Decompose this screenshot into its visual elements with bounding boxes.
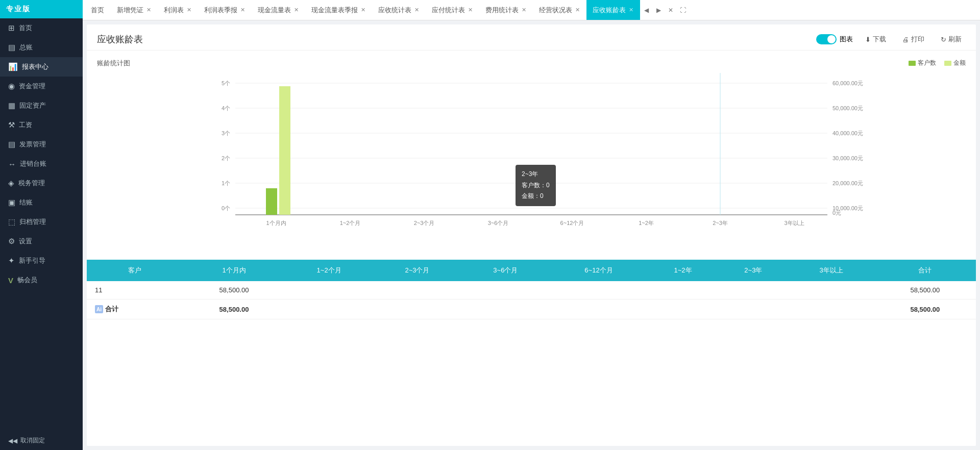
cell-m6-12 [550,281,648,299]
tab-close-all-btn[interactable]: ✕ [665,0,677,20]
sidebar-item-label: 畅会员 [17,276,37,285]
chart-title: 账龄统计图 [97,59,966,68]
sidebar-item-reports[interactable]: 📊 报表中心 [0,57,83,77]
sidebar-item-label: 发票管理 [19,140,46,149]
tab-next-btn[interactable]: ▶ [652,0,665,20]
tab-close-icon[interactable]: ✕ [361,7,365,13]
cell-m3-6 [461,281,550,299]
sidebar: 专业版 ⊞ 首页 ▤ 总账 📊 报表中心 ◉ 资金管理 ▦ 固定资产 ⚒ 工资 … [0,0,83,450]
total-m1: 58,500.00 [183,299,285,319]
sidebar-item-ledger[interactable]: ▤ 总账 [0,38,83,57]
reports-icon: 📊 [8,62,18,71]
svg-text:30,000.00元: 30,000.00元 [832,155,863,161]
table-row: 11 58,500.00 58,500.00 [87,281,976,299]
sidebar-item-tax[interactable]: ◈ 税务管理 [0,173,83,193]
tab-prev-btn[interactable]: ◀ [640,0,652,20]
app-logo: 专业版 [0,0,83,18]
sidebar-item-home[interactable]: ⊞ 首页 [0,18,83,38]
data-table: 客户 1个月内 1~2个月 2~3个月 3~6个月 6~12个月 1~2年 2~… [87,260,976,319]
refresh-label: 刷新 [948,35,962,44]
print-icon: 🖨 [902,36,909,43]
tab-close-icon[interactable]: ✕ [629,7,633,13]
sidebar-pin-toggle[interactable]: ◀◀ 取消固定 [0,431,83,450]
toggle-track[interactable] [816,34,837,44]
tab-payable-stat[interactable]: 应付统计表 ✕ [426,0,479,20]
tab-close-icon[interactable]: ✕ [414,7,419,13]
svg-text:6~12个月: 6~12个月 [560,220,584,226]
archive-icon: ⬚ [8,217,15,227]
svg-text:4个: 4个 [222,105,230,111]
total-m3-6 [461,299,550,319]
total-y2-3 [718,299,789,319]
tab-close-icon[interactable]: ✕ [575,7,580,13]
page-header: 应收账龄表 图表 ⬇ 下载 🖨 打印 ↻ 刷新 [87,24,976,51]
home-icon: ⊞ [8,23,15,33]
tab-profit-quarter[interactable]: 利润表季报 ✕ [198,0,252,20]
invoice-icon: ▤ [8,140,15,149]
cell-m2-3 [373,281,461,299]
tab-label: 应付统计表 [432,6,465,15]
tab-aging[interactable]: 应收账龄表 ✕ [586,0,640,20]
sidebar-item-stock[interactable]: ↔ 进销台账 [0,154,83,173]
svg-text:3~6个月: 3~6个月 [488,220,509,226]
tab-label: 现金流量表 [258,6,291,15]
cell-y1-2 [648,281,718,299]
sidebar-item-label: 资金管理 [19,82,45,91]
tab-cashflow-quarter[interactable]: 现金流量表季报 ✕ [305,0,372,20]
sidebar-item-vip[interactable]: V 畅会员 [0,270,83,290]
tab-cashflow[interactable]: 现金流量表 ✕ [252,0,305,20]
sidebar-item-settings[interactable]: ⚙ 设置 [0,232,83,251]
chart-toggle[interactable]: 图表 [816,34,853,44]
refresh-btn[interactable]: ↻ 刷新 [937,33,966,46]
tab-business-stat[interactable]: 经营状况表 ✕ [533,0,586,20]
download-btn[interactable]: ⬇ 下载 [861,33,890,46]
sidebar-item-salary[interactable]: ⚒ 工资 [0,115,83,135]
svg-text:20,000.00元: 20,000.00元 [832,180,863,186]
tab-close-icon[interactable]: ✕ [240,7,245,13]
tab-bar: 首页 新增凭证 ✕ 利润表 ✕ 利润表季报 ✕ 现金流量表 ✕ 现金流量表季报 … [83,0,980,20]
print-btn[interactable]: 🖨 打印 [898,33,928,46]
tab-profit[interactable]: 利润表 ✕ [158,0,198,20]
col-total: 合计 [874,260,976,281]
tab-maximize-btn[interactable]: ⛶ [677,0,689,20]
sidebar-item-label: 工资 [19,120,32,130]
tab-close-icon[interactable]: ✕ [294,7,299,13]
sidebar-item-close[interactable]: ▣ 结账 [0,193,83,212]
bar-customer-1 [266,188,277,215]
svg-text:1~2个月: 1~2个月 [340,220,361,226]
sidebar-item-archive[interactable]: ⬚ 归档管理 [0,212,83,232]
chart-legend: 客户数 金额 [909,59,966,67]
toggle-thumb [827,35,836,43]
tab-expense-stat[interactable]: 费用统计表 ✕ [479,0,533,20]
sidebar-item-label: 税务管理 [18,179,45,188]
svg-text:1个: 1个 [222,180,230,186]
tab-close-icon[interactable]: ✕ [146,7,151,13]
sidebar-item-fund[interactable]: ◉ 资金管理 [0,77,83,96]
total-m1-2 [285,299,373,319]
svg-text:60,000.00元: 60,000.00元 [832,80,863,86]
tab-home[interactable]: 首页 [85,0,111,20]
cell-total: 58,500.00 [874,281,976,299]
col-y1-2: 1~2年 [648,260,718,281]
svg-text:50,000.00元: 50,000.00元 [832,105,863,111]
tab-close-icon[interactable]: ✕ [468,7,473,13]
total-total: 58,500.00 [874,299,976,319]
sidebar-item-invoice[interactable]: ▤ 发票管理 [0,135,83,154]
legend-customer-label: 客户数 [918,59,936,67]
tab-receivable-stat[interactable]: 应收统计表 ✕ [372,0,426,20]
guide-icon: ✦ [8,256,15,265]
page-content: 应收账龄表 图表 ⬇ 下载 🖨 打印 ↻ 刷新 [87,24,976,446]
cell-m1-2 [285,281,373,299]
sidebar-item-label: 结账 [19,198,33,207]
tab-label: 利润表季报 [204,6,237,15]
cell-y3plus [789,281,874,299]
sidebar-item-guide[interactable]: ✦ 新手引导 [0,251,83,270]
legend-customer-color [909,61,916,66]
sidebar-item-assets[interactable]: ▦ 固定资产 [0,96,83,115]
chart-container: 5个 4个 3个 2个 1个 0个 60,000.00元 50,000.00元 … [97,73,966,252]
tab-close-icon[interactable]: ✕ [187,7,191,13]
toggle-label: 图表 [840,35,853,44]
tab-close-icon[interactable]: ✕ [522,7,526,13]
col-m1: 1个月内 [183,260,285,281]
tab-voucher[interactable]: 新增凭证 ✕ [111,0,158,20]
